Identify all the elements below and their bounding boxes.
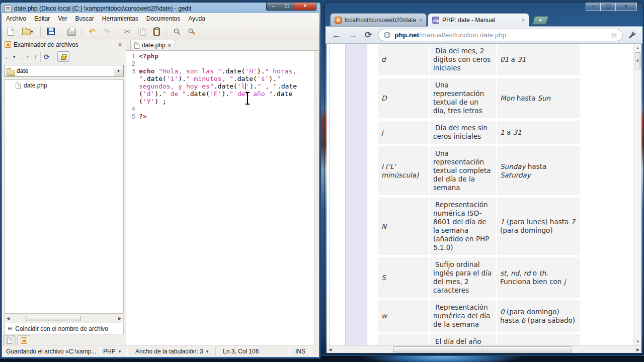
nav-separator <box>53 52 53 62</box>
tab-width-selector[interactable]: Ancho de la tabulación: 3▾ <box>131 347 216 356</box>
cut-button[interactable]: ✂ <box>122 26 133 37</box>
open-dropdown-icon[interactable]: ▾ <box>31 29 33 34</box>
refresh-icon[interactable]: ⟳ <box>44 53 50 61</box>
document-tab[interactable]: date.php × <box>130 40 175 50</box>
close-button[interactable]: × <box>616 3 637 11</box>
gedit-toolbar: ▾ ↶ ↷ ✂ <box>2 24 319 39</box>
folder-icon <box>7 70 15 76</box>
maximize-button[interactable]: ▢ <box>280 3 294 11</box>
tab-php-manual[interactable]: php PHP: date - Manual × <box>428 13 529 27</box>
forward-icon[interactable]: → <box>18 53 25 61</box>
documents-pane-tab[interactable] <box>3 335 16 345</box>
scroll-down-icon[interactable]: ▼ <box>634 339 641 344</box>
close-button[interactable]: × <box>294 3 316 11</box>
menu-ver[interactable]: Ver <box>54 14 71 23</box>
table-row: SSufijo ordinal inglés para el día del m… <box>378 257 580 298</box>
tab-label: localhost/cursoweb20/date <box>345 17 416 24</box>
copy-button[interactable] <box>136 26 147 37</box>
redo-button[interactable]: ↷ <box>101 26 112 37</box>
bookmarks-toggle-button[interactable] <box>57 51 69 62</box>
maximize-button[interactable]: ▢ <box>601 3 616 11</box>
table-row: NRepresentación numérica ISO-8601 del dí… <box>378 198 580 255</box>
page-vertical-scrollbar[interactable]: ▲ ▼ <box>633 44 641 345</box>
location-value: date <box>17 67 28 74</box>
menu-documentos[interactable]: Documentos <box>142 14 184 23</box>
location-combobox[interactable]: date ▾ <box>4 65 124 77</box>
toolbar-separator <box>82 27 82 37</box>
description-cell: Representación numérica ISO-8601 del día… <box>430 198 496 255</box>
description-cell: Día del mes, 2 dígitos con ceros inicial… <box>430 44 496 75</box>
tab-close-icon[interactable]: × <box>522 17 525 23</box>
file-browser-nav: ← ▾ → ▾ ↑ ⟳ <box>2 50 126 63</box>
forward-history-dropdown-icon[interactable]: ▾ <box>27 54 29 59</box>
minimize-button[interactable]: – <box>266 3 280 11</box>
gedit-statusbar: Guardando el archivo «C:\xamp... PHP▾ An… <box>2 345 319 357</box>
table-row: DUna representación textual de un día, t… <box>378 78 580 118</box>
reload-icon[interactable]: ⟳ <box>365 31 372 39</box>
print-icon <box>67 29 76 36</box>
minimize-button[interactable]: – <box>586 3 601 11</box>
document-icon <box>134 42 139 49</box>
menu-herramientas[interactable]: Herramientas <box>98 14 142 23</box>
table-row: dDía del mes, 2 dígitos con ceros inicia… <box>378 44 580 75</box>
menu-ayuda[interactable]: Ayuda <box>184 14 209 23</box>
menu-archivo[interactable]: Archivo <box>2 14 30 23</box>
find-button[interactable] <box>172 26 183 37</box>
back-history-dropdown-icon[interactable]: ▾ <box>13 54 16 59</box>
address-bar[interactable]: php.net/manual/es/function.date.php ☆ <box>378 29 623 41</box>
format-character-cell: j <box>378 121 429 144</box>
tab-close-icon[interactable]: × <box>168 42 171 48</box>
format-character-cell: l ('L' minúscula) <box>378 146 429 195</box>
undo-button[interactable]: ↶ <box>87 26 98 37</box>
scroll-right-icon[interactable]: ▶ <box>116 316 123 321</box>
redo-icon: ↷ <box>104 28 110 35</box>
code-lines[interactable]: 1<?php23echo "Hola, son las ".date('H').… <box>126 51 314 345</box>
scroll-right-icon[interactable]: ▶ <box>634 346 641 353</box>
gedit-titlebar[interactable]: date.php (Disco local (C:) \xampp\htdocs… <box>5 4 191 13</box>
line-number <box>126 82 135 90</box>
back-icon[interactable]: ← <box>4 53 11 61</box>
panel-close-icon[interactable]: × <box>117 41 123 48</box>
resize-grip[interactable]: ⋰ <box>313 349 318 354</box>
settings-wrench-icon[interactable] <box>628 31 636 39</box>
editor-vertical-scrollbar[interactable] <box>314 51 319 345</box>
new-document-button[interactable] <box>5 26 16 37</box>
scroll-left-icon[interactable]: ◀ <box>5 316 12 321</box>
open-button[interactable]: ▾ <box>20 26 36 37</box>
scroll-left-icon[interactable]: ◀ <box>327 346 334 353</box>
language-selector[interactable]: PHP▾ <box>99 347 127 356</box>
description-cell: Representación numérica del día de la se… <box>430 300 496 332</box>
code-text: ".date('i')." minutos, ".date('s')." <box>139 75 281 82</box>
file-list-item[interactable]: date.php <box>5 80 123 90</box>
scrollbar-thumb[interactable]: ⋮⋮⋮ <box>393 346 572 352</box>
page-horizontal-scrollbar[interactable]: ◀ ⋮⋮⋮ ▶ <box>327 345 641 353</box>
format-character-cell: S <box>378 257 429 298</box>
expander-icon[interactable]: ⊞ <box>8 325 12 332</box>
new-tab-button[interactable]: + <box>532 16 549 25</box>
back-icon[interactable]: ← <box>332 30 341 40</box>
code-line: ".date('i')." minutos, ".date('s')." <box>126 75 314 82</box>
values-cell: Sunday hasta Saturday <box>497 146 580 195</box>
match-filename-expander[interactable]: ⊞ Coincidir con el nombre de archivo <box>4 323 124 334</box>
menu-buscar[interactable]: Buscar <box>71 14 98 23</box>
cursor-position: Ln 3, Col 106 <box>219 347 289 356</box>
scroll-up-icon[interactable]: ▲ <box>634 46 641 50</box>
tab-close-icon[interactable]: × <box>419 17 422 23</box>
menu-editar[interactable]: Editar <box>30 14 54 23</box>
scrollbar-thumb[interactable] <box>635 52 640 69</box>
combo-dropdown-icon[interactable]: ▾ <box>114 66 123 76</box>
code-line: ('Y') ; <box>126 98 314 105</box>
paste-button[interactable] <box>151 26 162 37</box>
bookmark-star-icon[interactable]: ☆ <box>611 31 617 40</box>
print-button[interactable] <box>66 26 77 37</box>
table-row: zEl día del año (comenzando por 0)0 hast… <box>378 334 580 345</box>
forward-icon[interactable]: → <box>348 30 358 40</box>
parent-folder-icon[interactable]: ↑ <box>34 53 37 61</box>
tab-localhost[interactable]: localhost/cursoweb20/date × <box>330 13 427 27</box>
panel-horizontal-scrollbar[interactable]: ◀ ⋮⋮⋮ ▶ <box>4 315 124 322</box>
file-browser-pane-tab[interactable] <box>17 335 30 345</box>
code-text: echo "Hola, son las ".date('H')." horas, <box>139 67 296 75</box>
replace-button[interactable] <box>186 26 197 37</box>
toolbar-separator <box>61 27 61 37</box>
save-button[interactable] <box>45 26 56 37</box>
